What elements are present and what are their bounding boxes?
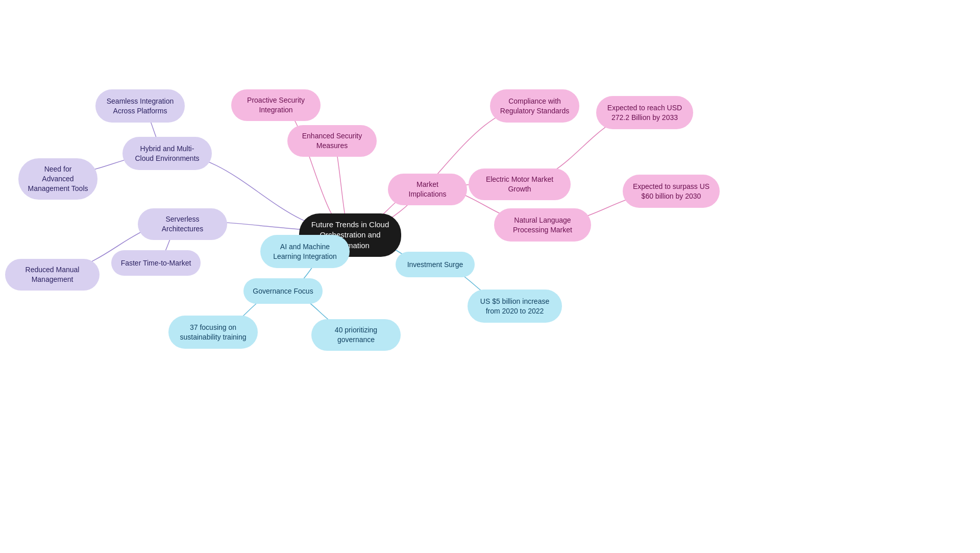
node-surpass60: Expected to surpass US $60 billion by 20… (623, 175, 720, 208)
node-faster: Faster Time-to-Market (111, 250, 201, 276)
node-electric: Electric Motor Market Growth (469, 169, 571, 200)
node-serverless: Serverless Architectures (138, 208, 227, 240)
node-reduced: Reduced Manual Management (5, 259, 100, 291)
node-prioritizing: 40 prioritizing governance (311, 319, 401, 351)
node-ai_ml: AI and Machine Learning Integration (260, 235, 350, 268)
node-compliance: Compliance with Regulatory Standards (490, 89, 579, 123)
node-governance: Governance Focus (243, 278, 323, 304)
node-us5b: US $5 billion increase from 2020 to 2022 (468, 290, 562, 323)
node-sustainability: 37 focusing on sustainability training (168, 316, 258, 349)
node-enhanced: Enhanced Security Measures (287, 125, 377, 157)
node-investment: Investment Surge (396, 252, 475, 277)
node-advanced: Need for Advanced Management Tools (18, 158, 97, 200)
node-hybrid: Hybrid and Multi-Cloud Environments (122, 137, 212, 170)
mindmap-svg (0, 0, 980, 553)
node-proactive: Proactive Security Integration (231, 89, 321, 121)
node-market_impl: Market Implications (388, 174, 467, 205)
node-usd272: Expected to reach USD 272.2 Billion by 2… (596, 96, 693, 129)
node-seamless: Seamless Integration Across Platforms (95, 89, 185, 123)
node-nlp: Natural Language Processing Market (494, 208, 591, 242)
